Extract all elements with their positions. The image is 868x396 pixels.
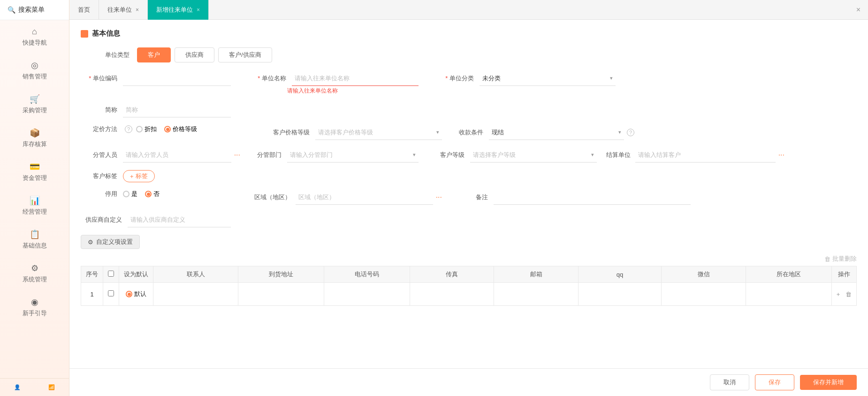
remark-input[interactable] [494, 190, 691, 205]
sidebar-item-finance[interactable]: 💳 资金管理 [0, 155, 69, 189]
guide-icon: ◉ [31, 297, 38, 307]
tab-new-contact-close[interactable]: × [197, 7, 200, 13]
tab-contacts-close[interactable]: × [136, 7, 139, 13]
td-qq[interactable] [578, 283, 662, 306]
sidebar-item-inventory[interactable]: 📦 库存核算 [0, 121, 69, 155]
select-all-checkbox[interactable] [108, 271, 114, 277]
manager-label: 分管人员 [81, 151, 123, 159]
sidebar-item-basic[interactable]: 📋 基础信息 [0, 223, 69, 256]
td-email-input[interactable] [499, 287, 573, 302]
del-row-btn[interactable]: 🗑 [845, 291, 852, 298]
unit-code-input-wrap: 000009 [123, 71, 231, 86]
td-address[interactable] [238, 283, 324, 306]
td-fax-input[interactable] [415, 287, 489, 302]
td-phone-input[interactable] [329, 287, 405, 302]
customer-level-select-wrap[interactable]: 请选择客户等级 ▾ [470, 148, 597, 163]
supplier-custom-input[interactable] [128, 212, 231, 227]
department-select[interactable]: 请输入分管部门 ▾ [287, 148, 419, 163]
row-checkbox[interactable] [108, 290, 114, 296]
sidebar-search[interactable]: 🔍 搜索菜单 [0, 0, 69, 20]
tab-contacts[interactable]: 往来单位 × [99, 0, 148, 20]
short-name-input[interactable] [123, 102, 231, 117]
td-email[interactable] [494, 283, 578, 306]
region-label: 区域（地区） [254, 193, 296, 202]
batch-delete-btn[interactable]: 🗑 批量删除 [824, 255, 857, 263]
td-contact[interactable] [153, 283, 238, 306]
field-short-name: 简称 [81, 102, 231, 117]
add-row-btn[interactable]: + [837, 291, 840, 298]
manager-input[interactable] [123, 148, 231, 163]
row-manager-dept: 分管人员 ··· 分管部门 请输入分管部门 ▾ 客户等级 [81, 148, 857, 163]
region-input[interactable] [296, 190, 433, 205]
td-address-input[interactable] [243, 287, 319, 302]
settlement-dots-btn[interactable]: ··· [778, 151, 784, 159]
th-email: 邮箱 [494, 266, 578, 283]
cancel-button[interactable]: 取消 [710, 374, 749, 390]
payment-terms-select-wrap[interactable]: 现结 ▾ [489, 125, 624, 140]
plus-icon: + [130, 173, 134, 180]
window-close-btn[interactable]: × [849, 6, 868, 14]
disable-no-radio[interactable]: 否 [145, 190, 160, 198]
btn-customer[interactable]: 客户 [137, 47, 171, 62]
td-region-input[interactable] [751, 287, 827, 302]
department-select-wrap[interactable]: 请输入分管部门 ▾ [287, 148, 419, 163]
pricing-help-icon[interactable]: ? [125, 125, 132, 133]
sidebar-user-btn[interactable]: 👤 [0, 379, 35, 396]
pricing-level-circle [164, 126, 171, 132]
default-radio-circle [126, 291, 132, 297]
sidebar-item-guide[interactable]: ◉ 新手引导 [0, 290, 69, 324]
unit-code-input[interactable]: 000009 [123, 71, 231, 86]
customer-price-level-select-wrap[interactable]: 请选择客户价格等级 ▾ [315, 125, 442, 140]
td-contact-input[interactable] [158, 287, 233, 302]
payment-terms-value: 现结 [492, 128, 504, 137]
manager-dots-btn[interactable]: ··· [234, 151, 240, 159]
disable-yes-radio[interactable]: 是 [123, 190, 137, 198]
customer-price-level-select[interactable]: 请选择客户价格等级 ▾ [315, 125, 442, 140]
default-radio[interactable]: 默认 [124, 290, 148, 298]
tab-home[interactable]: 首页 [69, 0, 99, 20]
td-region[interactable] [746, 283, 831, 306]
customer-level-select[interactable]: 请选择客户等级 ▾ [470, 148, 597, 163]
unit-category-select-wrap[interactable]: 未分类 ▾ [480, 71, 616, 86]
th-checkbox[interactable] [103, 266, 119, 283]
manager-input-wrap [123, 148, 231, 163]
pricing-method-label: 定价方法 [81, 125, 123, 133]
field-region: 区域（地区） ··· [254, 190, 442, 205]
td-checkbox[interactable] [103, 283, 119, 306]
sidebar-item-purchase[interactable]: 🛒 采购管理 [0, 87, 69, 121]
pricing-level-radio[interactable]: 价格等级 [164, 125, 197, 133]
payment-help-icon[interactable]: ? [627, 129, 634, 136]
tab-new-contact[interactable]: 新增往来单位 × [148, 0, 209, 20]
unit-category-select[interactable]: 未分类 ▾ [480, 71, 616, 86]
td-phone[interactable] [324, 283, 410, 306]
td-fax[interactable] [410, 283, 494, 306]
custom-settings-btn[interactable]: ⚙ 自定义项设置 [81, 235, 140, 249]
th-qq: qq [578, 266, 662, 283]
disable-label: 停用 [81, 190, 123, 198]
add-tag-btn[interactable]: + 标签 [123, 170, 155, 182]
sidebar-item-quick-nav[interactable]: ⌂ 快捷导航 [0, 20, 69, 54]
btn-both[interactable]: 客户/供应商 [218, 47, 272, 62]
save-button[interactable]: 保存 [755, 374, 794, 390]
payment-terms-select[interactable]: 现结 ▾ [489, 125, 624, 140]
sidebar-label-finance: 资金管理 [23, 174, 47, 182]
td-qq-input[interactable] [583, 287, 657, 302]
save-new-button[interactable]: 保存并新增 [800, 375, 857, 390]
sidebar-item-sales[interactable]: ◎ 销售管理 [0, 54, 69, 87]
sidebar-item-operation[interactable]: 📊 经营管理 [0, 189, 69, 223]
settlement-unit-input[interactable] [635, 148, 776, 163]
unit-name-input[interactable] [292, 71, 419, 86]
td-wechat[interactable] [662, 283, 746, 306]
sidebar-item-system[interactable]: ⚙ 系统管理 [0, 256, 69, 290]
search-icon: 🔍 [8, 6, 15, 14]
btn-supplier[interactable]: 供应商 [175, 47, 214, 62]
pricing-discount-radio[interactable]: 折扣 [136, 125, 157, 133]
customer-price-level-label: 客户价格等级 [273, 128, 315, 137]
sidebar-label-purchase: 采购管理 [23, 106, 47, 115]
basic-icon: 📋 [30, 229, 40, 240]
td-wechat-input[interactable] [666, 287, 740, 302]
gear-icon: ⚙ [88, 239, 93, 246]
sidebar-stats-btn[interactable]: 📶 [35, 379, 69, 396]
row-disable-region-remark: 停用 是 否 区域（地区） [81, 190, 857, 205]
region-dots-btn[interactable]: ··· [436, 193, 442, 202]
